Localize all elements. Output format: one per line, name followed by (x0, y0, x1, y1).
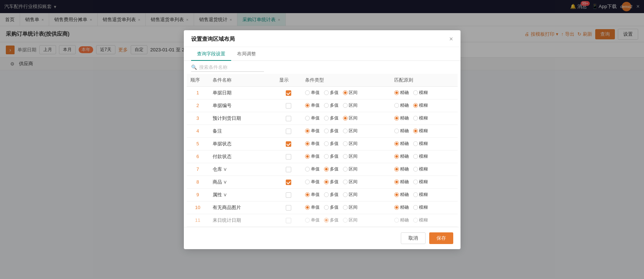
modal-header: 设置查询区域布局 × (184, 30, 461, 47)
settings-modal: 设置查询区域布局 × 查询字段设置 布局调整 🔍 顺序 (184, 30, 461, 71)
modal-search-area: 🔍 (184, 61, 461, 71)
search-input[interactable] (199, 64, 257, 70)
modal-overlay: 设置查询区域布局 × 查询字段设置 布局调整 🔍 顺序 (0, 0, 644, 70)
tab-layout-adjust[interactable]: 布局调整 (231, 47, 262, 61)
modal-close-button[interactable]: × (449, 35, 453, 43)
search-icon: 🔍 (191, 64, 197, 70)
modal-title: 设置查询区域布局 (191, 36, 235, 43)
search-wrapper: 🔍 (191, 64, 264, 71)
modal-tabs: 查询字段设置 布局调整 (184, 47, 461, 61)
tab-query-fields[interactable]: 查询字段设置 (191, 47, 231, 61)
